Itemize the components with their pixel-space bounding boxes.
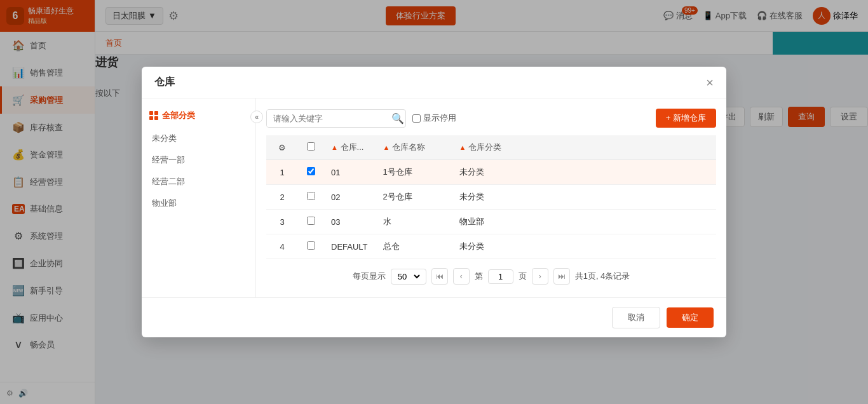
category-item-property[interactable]: 物业部 bbox=[142, 192, 255, 214]
category-item-op1[interactable]: 经营一部 bbox=[142, 149, 255, 171]
collapse-sidebar-btn[interactable]: « bbox=[250, 111, 263, 123]
show-disabled-label[interactable]: 显示停用 bbox=[412, 112, 456, 124]
col-code: ▲ 仓库... bbox=[323, 135, 376, 160]
col-checkbox bbox=[298, 135, 323, 160]
col-category: ▲ 仓库分类 bbox=[452, 135, 716, 160]
category-all-label: 全部分类 bbox=[162, 110, 195, 121]
category-item-op2[interactable]: 经营二部 bbox=[142, 171, 255, 192]
warehouse-table: ⚙ ▲ 仓库... ▲ 仓库名称 ▲ 仓库分类 1 01 1号仓库 未分类 2 … bbox=[266, 135, 716, 259]
modal-close-btn[interactable]: × bbox=[706, 76, 714, 89]
sort-icon: ▲ bbox=[459, 144, 466, 151]
category-all-item[interactable]: 全部分类 « bbox=[142, 106, 255, 128]
table-row[interactable]: 3 03 水 物业部 bbox=[266, 210, 716, 234]
row-code: DEFAULT bbox=[323, 234, 376, 259]
category-item-label: 经营一部 bbox=[152, 155, 185, 165]
page-total: 共1页, 4条记录 bbox=[575, 271, 630, 282]
row-name: 1号仓库 bbox=[376, 160, 452, 185]
sort-icon: ▲ bbox=[383, 144, 390, 151]
page-input[interactable] bbox=[488, 269, 513, 284]
row-checkbox[interactable] bbox=[298, 160, 323, 185]
row-checkbox[interactable] bbox=[298, 185, 323, 210]
show-disabled-checkbox[interactable] bbox=[412, 114, 421, 123]
row-name: 总仓 bbox=[376, 234, 452, 259]
col-gear: ⚙ bbox=[266, 135, 298, 160]
warehouse-modal: 仓库 × 全部分类 « 未分类 经营一部 bbox=[142, 67, 726, 337]
next-page-btn[interactable]: › bbox=[532, 268, 548, 285]
sort-icon: ▲ bbox=[331, 144, 338, 151]
row-code: 01 bbox=[323, 160, 376, 185]
col-name: ▲ 仓库名称 bbox=[376, 135, 452, 160]
grid-icon bbox=[149, 111, 158, 120]
modal-body: 全部分类 « 未分类 经营一部 经营二部 物业部 bbox=[142, 98, 726, 297]
modal-header: 仓库 × bbox=[142, 67, 726, 98]
modal-toolbar: 🔍 显示停用 + 新增仓库 bbox=[266, 109, 716, 128]
per-page-label: 每页显示 bbox=[353, 271, 386, 282]
modal-overlay: 仓库 × 全部分类 « 未分类 经营一部 bbox=[0, 0, 868, 404]
search-btn[interactable]: 🔍 bbox=[386, 110, 406, 127]
category-item-label: 未分类 bbox=[152, 133, 177, 143]
modal-main: 🔍 显示停用 + 新增仓库 ⚙ ▲ 仓库... bbox=[256, 98, 726, 297]
row-category: 物业部 bbox=[452, 210, 716, 234]
row-category: 未分类 bbox=[452, 234, 716, 259]
row-code: 02 bbox=[323, 185, 376, 210]
cancel-btn[interactable]: 取消 bbox=[612, 307, 660, 328]
prev-page-btn[interactable]: ‹ bbox=[453, 268, 470, 285]
row-index: 1 bbox=[266, 160, 298, 185]
table-row[interactable]: 4 DEFAULT 总仓 未分类 bbox=[266, 234, 716, 259]
category-item-label: 经营二部 bbox=[152, 177, 185, 186]
category-item-label: 物业部 bbox=[152, 198, 177, 208]
row-checkbox[interactable] bbox=[298, 210, 323, 234]
row-category: 未分类 bbox=[452, 185, 716, 210]
select-all-checkbox[interactable] bbox=[307, 142, 315, 151]
row-index: 2 bbox=[266, 185, 298, 210]
page-label: 第 bbox=[475, 271, 483, 282]
row-name: 2号仓库 bbox=[376, 185, 452, 210]
page-unit: 页 bbox=[519, 271, 527, 282]
modal-footer: 取消 确定 bbox=[142, 297, 726, 337]
table-row[interactable]: 1 01 1号仓库 未分类 bbox=[266, 160, 716, 185]
search-wrap: 🔍 bbox=[266, 109, 406, 128]
table-header-row: ⚙ ▲ 仓库... ▲ 仓库名称 ▲ 仓库分类 bbox=[266, 135, 716, 160]
per-page-dropdown[interactable]: 50 10 20 100 bbox=[395, 271, 422, 282]
table-row[interactable]: 2 02 2号仓库 未分类 bbox=[266, 185, 716, 210]
category-sidebar: 全部分类 « 未分类 经营一部 经营二部 物业部 bbox=[142, 98, 256, 297]
row-index: 4 bbox=[266, 234, 298, 259]
row-checkbox[interactable] bbox=[298, 234, 323, 259]
search-input[interactable] bbox=[267, 110, 386, 127]
row-index: 3 bbox=[266, 210, 298, 234]
row-category: 未分类 bbox=[452, 160, 716, 185]
per-page-select[interactable]: 50 10 20 100 bbox=[391, 269, 426, 285]
modal-title: 仓库 bbox=[154, 76, 175, 89]
row-name: 水 bbox=[376, 210, 452, 234]
show-disabled-text: 显示停用 bbox=[423, 112, 456, 124]
last-page-btn[interactable]: ⏭ bbox=[553, 268, 570, 285]
category-item-unclassified[interactable]: 未分类 bbox=[142, 128, 255, 149]
first-page-btn[interactable]: ⏮ bbox=[431, 268, 448, 285]
confirm-btn[interactable]: 确定 bbox=[667, 307, 714, 328]
add-warehouse-btn[interactable]: + 新增仓库 bbox=[656, 109, 716, 128]
pagination: 每页显示 50 10 20 100 ⏮ ‹ 第 页 › bbox=[266, 259, 716, 287]
row-code: 03 bbox=[323, 210, 376, 234]
